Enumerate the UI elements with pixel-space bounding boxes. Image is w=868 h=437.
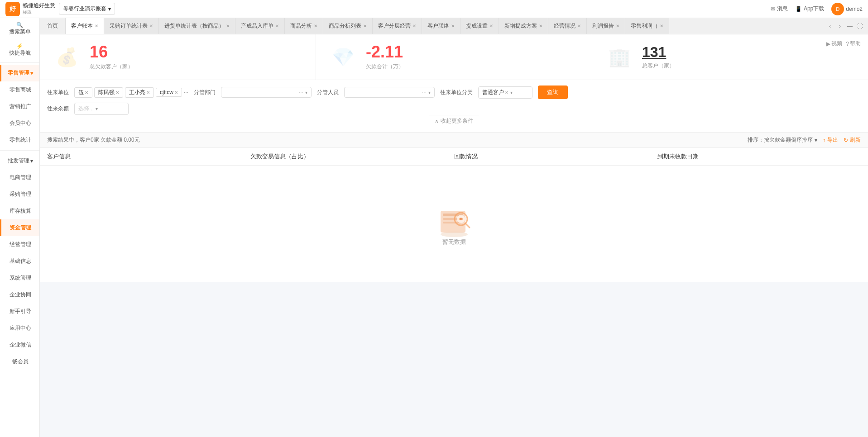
- tab-account[interactable]: 客户账本 ✕: [66, 18, 104, 34]
- sidebar-item-sys-label: 系统管理: [10, 275, 31, 281]
- sidebar-item-retail-mall[interactable]: 零售商城: [0, 81, 39, 98]
- tab-purchase-order[interactable]: 采购订单统计表 ✕: [104, 18, 159, 34]
- sidebar-item-ecom[interactable]: 电商管理: [0, 169, 39, 186]
- sidebar-item-ops-label: 经营管理: [10, 241, 31, 247]
- filter-tag-wu-close[interactable]: ✕: [85, 90, 88, 95]
- tab-maximize-button[interactable]: ⛶: [855, 22, 864, 31]
- tab-product-analysis-close[interactable]: ✕: [314, 24, 317, 28]
- filter-area: 往来单位 伍 ✕ 陈民强 ✕ 王小亮 ✕: [40, 80, 868, 133]
- sidebar-item-retail-mgmt[interactable]: 零售管理 ▾: [0, 65, 39, 81]
- tab-purchase-order-close[interactable]: ✕: [149, 24, 153, 28]
- tab-operations[interactable]: 经营情况 ✕: [548, 18, 587, 34]
- sidebar-item-inventory-label: 库存核算: [10, 208, 31, 214]
- tab-operations-close[interactable]: ✕: [577, 24, 581, 28]
- tab-customer-tier-close[interactable]: ✕: [412, 24, 416, 28]
- sidebar-item-ops[interactable]: 经营管理: [0, 236, 39, 253]
- tab-inbound-stats-close[interactable]: ✕: [226, 24, 230, 28]
- empty-svg: [432, 202, 477, 238]
- app-download-button[interactable]: 📱 App下载: [795, 5, 824, 13]
- sidebar-quicknav[interactable]: ⚡ 快捷导航: [0, 39, 39, 61]
- refresh-button[interactable]: ↻ 刷新: [844, 136, 861, 144]
- sidebar-item-basic-label: 基础信息: [10, 258, 31, 264]
- sidebar-item-finance[interactable]: 资金管理: [0, 219, 39, 236]
- tab-product-analysis[interactable]: 商品分析 ✕: [285, 18, 323, 34]
- workspace-arrow-icon: ▾: [108, 6, 111, 12]
- help-icon: ?: [846, 41, 849, 47]
- tab-account-close[interactable]: ✕: [95, 24, 98, 28]
- filter-tag-wang-close[interactable]: ✕: [146, 90, 150, 95]
- filter-tag-chen-label: 陈民强: [98, 89, 115, 96]
- tab-next-button[interactable]: ›: [835, 22, 844, 31]
- sidebar-item-enterprise-coop[interactable]: 企业协同: [0, 286, 39, 303]
- tab-prev-button[interactable]: ‹: [825, 22, 834, 31]
- filter-tag-chen[interactable]: 陈民强 ✕: [94, 87, 123, 98]
- workspace-selector[interactable]: 母婴行业演示账套 ▾: [59, 3, 115, 15]
- query-button[interactable]: 查询: [538, 86, 568, 99]
- tab-product-analysis-list[interactable]: 商品分析列表 ✕: [323, 18, 373, 34]
- filter-more-conditions: ∧ 收起更多条件: [47, 115, 861, 127]
- logo-icon: 好: [5, 2, 20, 16]
- tab-minimize-button[interactable]: —: [845, 22, 854, 31]
- stat-label-customers: 总欠款客户（家）: [90, 63, 133, 71]
- app-icon: 📱: [795, 6, 802, 12]
- page-content: 💰 16 总欠款客户（家） 💎 -2.11 欠款合计（万） 🏢: [40, 34, 868, 437]
- sidebar-item-enterprise-wechat[interactable]: 企业微信: [0, 337, 39, 353]
- filter-tag-chen-close[interactable]: ✕: [115, 90, 119, 95]
- filter-tag-wu[interactable]: 伍 ✕: [74, 87, 92, 98]
- stat-icon-3: 🏢: [606, 43, 633, 71]
- sidebar-item-app-center[interactable]: 应用中心: [0, 320, 39, 337]
- filter-balance-placeholder: 选择...: [78, 105, 94, 113]
- sidebar-item-marketing[interactable]: 营销推广: [0, 98, 39, 115]
- tab-retail-profit[interactable]: 零售利润（ ✕: [625, 18, 669, 34]
- sidebar-item-basic[interactable]: 基础信息: [0, 253, 39, 270]
- tab-product-analysis-list-close[interactable]: ✕: [363, 24, 367, 28]
- sidebar-item-retail-stats[interactable]: 零售统计: [0, 132, 39, 148]
- tab-customer-contact-close[interactable]: ✕: [451, 24, 455, 28]
- tab-retail-profit-close[interactable]: ✕: [660, 24, 663, 28]
- message-button[interactable]: ✉ 消息: [771, 5, 788, 13]
- filter-person-more-icon: ···: [422, 89, 427, 95]
- tab-controls: ‹ › — ⛶: [822, 22, 868, 31]
- filter-tag-wang[interactable]: 王小亮 ✕: [125, 87, 154, 98]
- tab-product-inbound-label: 产成品入库单: [241, 22, 273, 30]
- help-button[interactable]: ? 帮助: [846, 40, 861, 48]
- filter-tag-cjttcw[interactable]: cjttcw ✕: [156, 88, 182, 97]
- tab-inbound-stats[interactable]: 进货单统计表（按商品） ✕: [159, 18, 235, 34]
- filter-unit-type-close[interactable]: ✕: [505, 90, 508, 95]
- tab-new-improve-close[interactable]: ✕: [539, 24, 542, 28]
- sidebar-item-wholesale[interactable]: 批发管理 ▾: [0, 152, 39, 169]
- sidebar-item-inventory[interactable]: 库存核算: [0, 203, 39, 219]
- table-col-overdue: 到期未收款日期: [657, 152, 861, 161]
- filter-more-tags[interactable]: ···: [184, 89, 188, 95]
- filter-unit-type-select[interactable]: 普通客户 ✕ ▾: [478, 86, 532, 99]
- sidebar-item-purchase[interactable]: 采购管理: [0, 186, 39, 203]
- sidebar-search[interactable]: 🔍 搜索菜单: [0, 18, 39, 39]
- message-icon: ✉: [771, 6, 775, 12]
- tab-profit-report[interactable]: 利润报告 ✕: [587, 18, 625, 34]
- logo-text-area: 畅捷通好生意 标版: [23, 2, 55, 15]
- user-profile[interactable]: D demo2: [831, 3, 863, 15]
- sort-select[interactable]: 排序：按欠款金额倒序排序 ▾: [748, 136, 817, 144]
- tab-profit-report-close[interactable]: ✕: [616, 24, 619, 28]
- sidebar-item-sys[interactable]: 系统管理: [0, 270, 39, 286]
- tab-improve-settings[interactable]: 提成设置 ✕: [460, 18, 499, 34]
- tab-customer-tier[interactable]: 客户分层经营 ✕: [373, 18, 422, 34]
- filter-person-select[interactable]: ··· ▾: [344, 87, 435, 98]
- tab-new-improve[interactable]: 新增提成方案 ✕: [499, 18, 548, 34]
- filter-dept-select[interactable]: ··· ▾: [221, 87, 312, 98]
- filter-tag-cjttcw-close[interactable]: ✕: [174, 90, 178, 95]
- sidebar-item-new-guide[interactable]: 新手引导: [0, 303, 39, 320]
- collapse-conditions-button[interactable]: ∧ 收起更多条件: [429, 115, 479, 127]
- filter-balance-select[interactable]: 选择... ▾: [74, 103, 129, 115]
- sidebar-quicknav-label: 快捷导航: [0, 49, 39, 57]
- tab-customer-contact[interactable]: 客户联络 ✕: [422, 18, 460, 34]
- export-button[interactable]: ↑ 导出: [823, 136, 838, 144]
- tab-home[interactable]: 首页: [40, 18, 66, 34]
- video-help-button[interactable]: ▶ 视频: [826, 40, 842, 48]
- tab-product-inbound[interactable]: 产成品入库单 ✕: [235, 18, 285, 34]
- stat-block-total: 🏢 131 总客户（家） ▶ 视频 ? 帮助: [592, 34, 868, 80]
- tab-product-inbound-close[interactable]: ✕: [275, 24, 279, 28]
- sidebar-item-member[interactable]: 畅会员: [0, 353, 39, 370]
- sidebar-item-member-center[interactable]: 会员中心: [0, 115, 39, 132]
- tab-improve-settings-close[interactable]: ✕: [489, 24, 493, 28]
